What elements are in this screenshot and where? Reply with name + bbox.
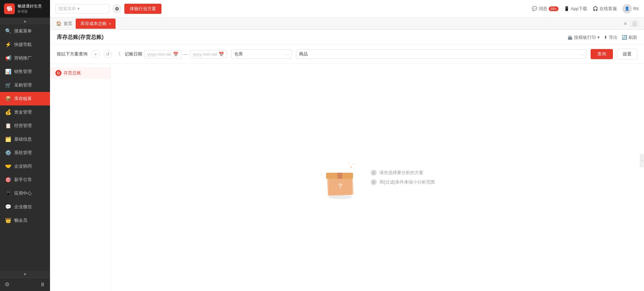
sidebar-item-member[interactable]: 👑 畅会员 — [0, 214, 50, 227]
empty-state: ? ① 请先选择要分析的方案 ② 用[过滤]条件来缩小分析范围 — [111, 64, 644, 291]
sidebar-scroll-up[interactable]: ▲ — [0, 18, 50, 24]
calendar-from-icon[interactable]: 📅 — [173, 52, 178, 57]
finance-icon: 💰 — [5, 109, 11, 116]
filter-add-button[interactable]: + — [92, 50, 100, 58]
basic-icon: 🗂️ — [5, 136, 11, 143]
sidebar-item-system[interactable]: ⚙️ 系统管理 — [0, 146, 50, 160]
hint-text-1: 请先选择要分析的方案 — [379, 170, 423, 176]
filter-date-group: 记账日期 yyyy-mm-dd 📅 — yyyy-mm-dd 📅 — [125, 50, 227, 58]
sidebar-scroll-down[interactable]: ▼ — [0, 271, 50, 277]
sidebar-item-inventory[interactable]: 📦 库存核算 — [0, 92, 50, 105]
filter-reset-button[interactable]: ↺ — [104, 50, 112, 58]
sidebar-item-purchase[interactable]: 🛒 采购管理 — [0, 78, 50, 92]
sales-icon: 📊 — [5, 68, 11, 75]
sidebar-item-marketing[interactable]: 📢 营销推广 — [0, 51, 50, 65]
warehouse-input[interactable]: 仓库 ··· — [231, 49, 292, 59]
date-from-input[interactable]: yyyy-mm-dd 📅 — [144, 50, 181, 58]
hint-num-1: ① — [371, 170, 377, 176]
left-panel-item-inventory-ledger[interactable]: 存货总账 — [50, 67, 110, 79]
filter-bar: 按以下方案查询 + ↺ 《 记账日期 yyyy-mm-dd 📅 — yyyy-m… — [50, 45, 644, 64]
sidebar-item-enterprise[interactable]: 🤝 企业协同 — [0, 160, 50, 173]
calendar-to-icon[interactable]: 📅 — [219, 52, 224, 57]
user-info[interactable]: 👤 Rit — [622, 4, 639, 14]
member-icon: 👑 — [5, 217, 11, 224]
message-icon: 💬 — [532, 6, 537, 11]
right-side-handle[interactable]: › — [640, 154, 644, 167]
product-more-icon[interactable]: ··· — [580, 52, 584, 57]
app-logo: 畅 畅捷通好生意 标准版 — [0, 0, 50, 18]
topbar-settings-btn[interactable]: ⚙ — [112, 4, 122, 14]
svg-point-1 — [58, 72, 59, 74]
messages-label: 消息 — [539, 6, 547, 12]
filter-collapse-button[interactable]: 《 — [116, 51, 121, 57]
sidebar-item-inventory-label: 库存核算 — [14, 96, 32, 102]
topbar-search-area[interactable]: 搜索菜单 ▾ — [55, 4, 109, 14]
sidebar-item-operations-label: 经营管理 — [14, 123, 32, 129]
enterprise-icon: 🤝 — [5, 163, 11, 170]
refresh-action[interactable]: 🔄 刷新 — [622, 34, 637, 41]
sidebar-item-appstore[interactable]: 📱 应用中心 — [0, 187, 50, 200]
sidebar-item-quick-nav[interactable]: ⚡ 快捷导航 — [0, 38, 50, 51]
page-actions: 🖨️ 按模板打印 ▾ ⬆ 导出 🔄 刷新 — [567, 34, 637, 41]
date-to-input[interactable]: yyyy-mm-dd 📅 — [190, 50, 227, 58]
tab-close-icon[interactable]: × — [109, 22, 111, 26]
sidebar-item-quick-nav-label: 快捷导航 — [14, 42, 32, 48]
newbie-icon: 🎯 — [5, 176, 11, 183]
product-input[interactable]: 商品 ··· — [296, 49, 587, 59]
search-placeholder-text: 搜索菜单 — [58, 6, 76, 12]
messages-badge: 99+ — [549, 6, 559, 11]
sidebar-item-wecom[interactable]: 💬 企业微信 — [0, 200, 50, 214]
online-support-item[interactable]: 🎧 在线客服 — [593, 6, 617, 12]
export-label: 导出 — [609, 34, 618, 41]
tab-panel-close-icon[interactable]: ✕ — [623, 21, 627, 26]
messages-item[interactable]: 💬 消息 99+ — [532, 6, 559, 12]
settings-footer-icon[interactable]: ⚙ — [5, 281, 9, 288]
print-action[interactable]: 🖨️ 按模板打印 ▾ — [567, 34, 600, 41]
empty-hints: ① 请先选择要分析的方案 ② 用[过滤]条件来缩小分析范围 — [371, 170, 435, 185]
sidebar-item-basic[interactable]: 🗂️ 基础信息 — [0, 132, 50, 146]
headset-icon: 🎧 — [593, 6, 598, 11]
sidebar-item-sales[interactable]: 📊 销售管理 — [0, 65, 50, 78]
sidebar-nav: 🔍 搜索菜单 ⚡ 快捷导航 📢 营销推广 📊 销售管理 🛒 采购管理 📦 库存核… — [0, 24, 50, 271]
sidebar-item-search-label: 搜索菜单 — [14, 28, 32, 34]
svg-rect-6 — [338, 173, 342, 179]
logo-icon: 畅 — [4, 3, 15, 14]
sidebar-item-wecom-label: 企业微信 — [14, 204, 32, 210]
product-label: 商品 — [299, 51, 308, 57]
sidebar-item-finance[interactable]: 💰 资金管理 — [0, 105, 50, 119]
marketing-icon: 📢 — [5, 55, 11, 62]
main-area: 搜索菜单 ▾ ⚙ 体验行业方案 💬 消息 99+ 📱 App下载 🎧 在线客服 — [50, 0, 644, 291]
topbar-dropdown-icon[interactable]: ▾ — [77, 6, 80, 11]
trial-button[interactable]: 体验行业方案 — [124, 4, 162, 14]
quick-nav-icon: ⚡ — [5, 41, 11, 48]
query-button[interactable]: 查询 — [591, 49, 613, 59]
empty-hint-2: ② 用[过滤]条件来缩小分析范围 — [371, 179, 435, 185]
svg-text:?: ? — [338, 182, 342, 190]
warehouse-more-icon[interactable]: ··· — [285, 52, 289, 57]
sidebar-item-basic-label: 基础信息 — [14, 136, 32, 142]
hint-num-2: ② — [371, 179, 377, 185]
settings-button[interactable]: 设置 — [617, 49, 637, 59]
phone-icon: 📱 — [564, 6, 569, 11]
sidebar-item-enterprise-label: 企业协同 — [14, 163, 32, 169]
avatar: 👤 — [622, 4, 632, 14]
tab-home[interactable]: 🏠 首页 — [53, 19, 76, 29]
ledger-icon — [55, 70, 61, 76]
sidebar-item-finance-label: 资金管理 — [14, 109, 32, 115]
app-download-item[interactable]: 📱 App下载 — [564, 6, 587, 12]
online-support-label: 在线客服 — [599, 6, 617, 12]
tab-inventory-ledger[interactable]: 库存成本总账 × — [76, 19, 116, 29]
sidebar-item-search[interactable]: 🔍 搜索菜单 — [0, 24, 50, 38]
export-action[interactable]: ⬆ 导出 — [604, 34, 618, 41]
export-icon: ⬆ — [604, 35, 608, 40]
home-icon: 🏠 — [56, 21, 61, 26]
print-dropdown-icon[interactable]: ▾ — [597, 35, 600, 40]
svg-point-8 — [350, 166, 352, 168]
sidebar-item-newbie[interactable]: 🎯 新手引导 — [0, 173, 50, 187]
print-label: 按模板打印 — [574, 34, 596, 41]
sidebar-item-operations[interactable]: 📋 经营管理 — [0, 119, 50, 132]
audio-footer-icon[interactable]: ⏸ — [40, 282, 45, 288]
date-to-placeholder: yyyy-mm-dd — [193, 52, 217, 57]
sidebar-item-sales-label: 销售管理 — [14, 69, 32, 75]
tab-panel-resize-icon[interactable]: ⬜ — [630, 21, 639, 27]
